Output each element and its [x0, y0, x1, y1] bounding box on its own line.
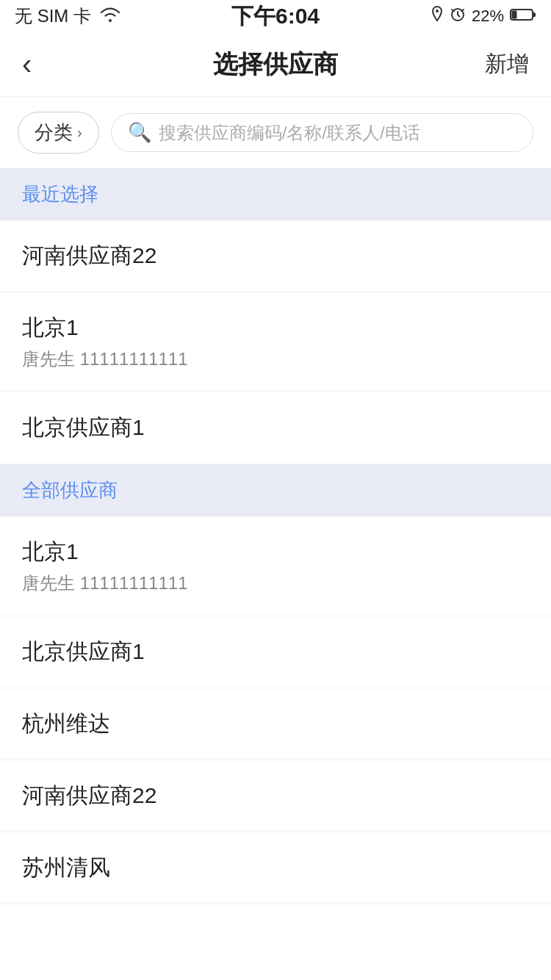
filter-bar: 分类 › 🔍 — [0, 97, 551, 168]
item-name: 河南供应商22 — [22, 781, 529, 811]
recent-items-list: 河南供应商22北京1唐先生 11111111111北京供应商1 — [0, 220, 551, 464]
svg-rect-4 — [512, 11, 517, 19]
search-box: 🔍 — [111, 113, 533, 152]
status-right: 22% — [431, 6, 536, 26]
item-name: 河南供应商22 — [22, 241, 529, 271]
item-name: 北京1 — [22, 313, 529, 343]
status-time: 下午6:04 — [231, 1, 320, 32]
category-label: 分类 — [35, 120, 73, 145]
all-section-header: 全部供应商 — [0, 464, 551, 516]
item-sub: 唐先生 11111111111 — [22, 347, 529, 371]
list-item[interactable]: 杭州维达 — [0, 688, 551, 760]
status-left: 无 SIM 卡 — [15, 4, 122, 28]
item-name: 北京供应商1 — [22, 637, 529, 667]
list-item[interactable]: 北京供应商1 — [0, 392, 551, 464]
no-sim-text: 无 SIM 卡 — [15, 4, 91, 28]
svg-rect-3 — [533, 12, 536, 17]
list-item[interactable]: 北京供应商1 — [0, 616, 551, 688]
item-sub: 唐先生 11111111111 — [22, 572, 529, 595]
item-name: 苏州清风 — [22, 853, 529, 883]
alarm-icon — [450, 6, 466, 26]
list-item[interactable]: 北京1唐先生 11111111111 — [0, 516, 551, 616]
svg-point-0 — [436, 10, 439, 12]
item-name: 北京供应商1 — [22, 413, 529, 443]
list-item[interactable]: 河南供应商22 — [0, 760, 551, 832]
chevron-right-icon: › — [77, 124, 82, 141]
search-input[interactable] — [159, 123, 516, 143]
item-name: 北京1 — [22, 537, 529, 567]
all-items-list: 北京1唐先生 11111111111北京供应商1杭州维达河南供应商22苏州清风 — [0, 516, 551, 904]
search-icon: 🔍 — [128, 121, 151, 144]
wifi-icon — [98, 6, 122, 26]
back-button[interactable]: ‹ — [22, 48, 66, 81]
list-item[interactable]: 北京1唐先生 11111111111 — [0, 292, 551, 392]
category-button[interactable]: 分类 › — [18, 112, 99, 154]
status-bar: 无 SIM 卡 下午6:04 22% — [0, 0, 551, 32]
add-button[interactable]: 新增 — [485, 49, 529, 79]
recent-section-header: 最近选择 — [0, 168, 551, 220]
battery-text: 22% — [472, 7, 504, 26]
all-section-label: 全部供应商 — [22, 479, 118, 501]
recent-section-label: 最近选择 — [22, 183, 98, 205]
list-item[interactable]: 河南供应商22 — [0, 220, 551, 292]
list-item[interactable]: 苏州清风 — [0, 832, 551, 904]
nav-bar: ‹ 选择供应商 新增 — [0, 32, 551, 97]
page-title: 选择供应商 — [213, 48, 338, 82]
battery-icon — [510, 7, 536, 26]
location-icon — [431, 6, 444, 26]
item-name: 杭州维达 — [22, 709, 529, 739]
